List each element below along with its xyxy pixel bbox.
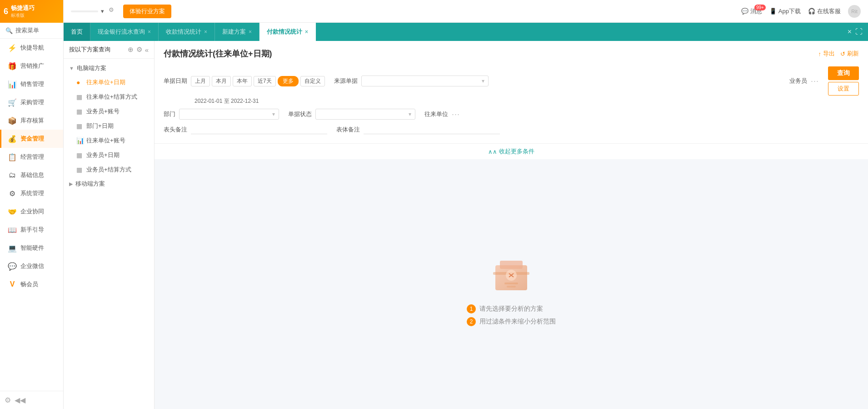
group-expand-arrow-icon: ▼ xyxy=(69,66,74,71)
this-year-btn[interactable]: 本年 xyxy=(233,76,252,86)
collapse-conditions-btn[interactable]: ∧∧ 收起更多条件 xyxy=(488,147,534,156)
scheme-item-dept-date[interactable]: ▦ 部门+日期 xyxy=(64,119,154,133)
sidebar-item-wechat[interactable]: 💬 企业微信 xyxy=(0,257,63,275)
user-avatar[interactable]: Rit xyxy=(848,5,861,18)
sidebar-item-enterprise[interactable]: 🤝 企业协同 xyxy=(0,202,63,221)
scheme-collapse-icon[interactable]: « xyxy=(145,46,149,54)
sidebar-item-inventory[interactable]: 📦 库存核算 xyxy=(0,111,63,130)
scheme-item-unit-settlement[interactable]: ▦ 往来单位+结算方式 xyxy=(64,90,154,104)
sidebar-item-system[interactable]: ⚙ 系统管理 xyxy=(0,184,63,202)
search-icon: 🔍 xyxy=(5,27,13,34)
scheme-item-staff-date-icon: ▦ xyxy=(76,151,84,159)
sidebar-item-basic-info[interactable]: 🗂 基础信息 xyxy=(0,166,63,184)
scheme-item-unit-account-icon: 📊 xyxy=(76,137,84,144)
counterpart-input-dots[interactable]: ··· xyxy=(452,110,460,119)
tab-spacer xyxy=(316,23,842,41)
footer-settings-icon[interactable]: ⚙ xyxy=(5,396,11,404)
inventory-label: 库存核算 xyxy=(20,116,44,125)
vip-icon: V xyxy=(8,280,17,289)
doc-status-select[interactable]: ▾ xyxy=(315,109,415,120)
scheme-item-unit-account[interactable]: 📊 往来单位+账号 xyxy=(64,133,154,148)
tab-home[interactable]: 首页 xyxy=(64,23,90,41)
empty-tip-1: 1 请先选择要分析的方案 xyxy=(467,304,556,313)
vip-label: 畅会员 xyxy=(20,280,38,288)
scheme-add-icon[interactable]: ⊕ xyxy=(128,45,134,54)
account-selector[interactable]: ▾ xyxy=(71,8,104,15)
tab-collection-stats-close[interactable]: × xyxy=(204,29,207,35)
refresh-btn[interactable]: ↺ 刷新 xyxy=(840,50,859,58)
header-note-field: 表头备注 xyxy=(164,125,327,134)
tab-payment-stats[interactable]: 付款情况统计 × xyxy=(259,23,316,41)
sidebar-item-quick-nav[interactable]: ⚡ 快捷导航 xyxy=(0,39,63,57)
last-7-days-btn[interactable]: 近7天 xyxy=(254,76,276,86)
main-content: ▾ ⚙ 体验行业方案 💬 消息 99+ 📱 App下载 🎧 在线客服 Rit xyxy=(64,0,868,409)
dept-select[interactable]: ▾ xyxy=(179,109,279,120)
filter-row-2: 部门 ▾ 单据状态 ▾ 往来单位 xyxy=(164,109,859,120)
more-btn[interactable]: 更多 xyxy=(278,76,299,86)
scheme-item-staff-settlement[interactable]: ▦ 业务员+结算方式 xyxy=(64,162,154,177)
message-btn[interactable]: 💬 消息 99+ xyxy=(741,7,762,15)
tab-bank-flow-close[interactable]: × xyxy=(148,29,151,35)
system-icon: ⚙ xyxy=(8,189,17,198)
scheme-group-desktop-header[interactable]: ▼ 电脑端方案 xyxy=(64,61,154,75)
search-menu[interactable]: 🔍 搜索菜单 xyxy=(0,23,63,39)
topbar-right: 💬 消息 99+ 📱 App下载 🎧 在线客服 Rit xyxy=(741,5,861,18)
export-label: 导出 xyxy=(823,50,835,58)
basic-info-label: 基础信息 xyxy=(20,171,44,179)
sidebar-nav: ⚡ 快捷导航 🎁 营销推广 📊 销售管理 🛒 采购管理 📦 库存核算 💰 资金管… xyxy=(0,39,63,391)
body-note-input[interactable] xyxy=(364,125,500,134)
purchase-icon: 🛒 xyxy=(8,98,17,107)
search-menu-label: 搜索菜单 xyxy=(15,26,39,35)
dept-arrow-icon: ▾ xyxy=(272,111,275,117)
scheme-item-staff-account[interactable]: ▦ 业务员+账号 xyxy=(64,104,154,119)
last-month-btn[interactable]: 上月 xyxy=(191,76,210,86)
this-month-btn[interactable]: 本月 xyxy=(212,76,231,86)
sidebar-item-onboarding[interactable]: 📖 新手引导 xyxy=(0,221,63,239)
source-doc-select[interactable]: ▾ xyxy=(361,76,489,86)
scheme-panel-body: ▼ 电脑端方案 ● 往来单位+日期 ▦ 往来单位+结算方式 ▦ 业务员+账号 xyxy=(64,59,154,409)
header-note-input[interactable] xyxy=(191,125,327,134)
tab-collection-stats[interactable]: 收款情况统计 × xyxy=(159,23,215,41)
custom-btn[interactable]: 自定义 xyxy=(300,76,325,86)
sidebar-item-vip[interactable]: V 畅会员 xyxy=(0,275,63,293)
tab-bank-flow[interactable]: 现金银行流水查询 × xyxy=(90,23,159,41)
staff-input-dots[interactable]: ··· xyxy=(811,76,819,86)
body-note-label: 表体备注 xyxy=(336,126,360,134)
scheme-item-staff-date[interactable]: ▦ 业务员+日期 xyxy=(64,148,154,162)
scheme-item-unit-date[interactable]: ● 往来单位+日期 xyxy=(64,75,154,90)
trial-btn[interactable]: 体验行业方案 xyxy=(123,5,171,18)
enterprise-icon: 🤝 xyxy=(8,207,17,216)
empty-illustration xyxy=(484,242,539,297)
tab-maximize-icon[interactable]: ⛶ xyxy=(855,28,863,36)
tab-new-scheme-label: 新建方案 xyxy=(222,28,246,36)
source-doc-label: 来源单据 xyxy=(334,77,358,85)
settings-btn[interactable]: 设置 xyxy=(828,82,859,96)
scheme-item-staff-settlement-icon: ▦ xyxy=(76,166,84,173)
sidebar-item-finance[interactable]: 💰 资金管理 xyxy=(0,130,63,148)
export-btn[interactable]: ↑ 导出 xyxy=(818,50,835,58)
online-service-btn[interactable]: 🎧 在线客服 xyxy=(808,7,841,15)
sidebar-item-operations[interactable]: 📋 经营管理 xyxy=(0,148,63,166)
footer-collapse-icon[interactable]: ◀◀ xyxy=(15,396,25,404)
filter-results-area: 付款情况统计(往来单位+日期) ↑ 导出 ↺ 刷新 xyxy=(155,41,868,409)
tab-close-all-icon[interactable]: × xyxy=(848,28,852,36)
sidebar-item-purchase[interactable]: 🛒 采购管理 xyxy=(0,93,63,111)
quick-nav-icon: ⚡ xyxy=(8,43,17,52)
filter-row-3: 表头备注 表体备注 xyxy=(164,125,859,134)
sidebar-item-sales[interactable]: 📊 销售管理 xyxy=(0,75,63,93)
query-btn[interactable]: 查询 xyxy=(828,66,859,80)
tab-new-scheme[interactable]: 新建方案 × xyxy=(215,23,259,41)
scheme-item-unit-settlement-label: 往来单位+结算方式 xyxy=(86,93,137,101)
settings-gear-icon[interactable]: ⚙ xyxy=(109,6,119,16)
message-icon: 💬 xyxy=(741,8,748,15)
sidebar-item-marketing[interactable]: 🎁 营销推广 xyxy=(0,57,63,75)
scheme-settings-icon[interactable]: ⚙ xyxy=(136,45,142,54)
app-download-btn[interactable]: 📱 App下载 xyxy=(769,7,801,15)
scheme-group-mobile-header[interactable]: ▶ 移动端方案 xyxy=(64,177,154,191)
tab-payment-stats-close[interactable]: × xyxy=(305,29,308,35)
sidebar-item-hardware[interactable]: 💻 智能硬件 xyxy=(0,239,63,257)
staff-field: 业务员 ··· xyxy=(789,76,819,86)
scheme-panel-title: 按以下方案查询 xyxy=(69,45,110,54)
tab-new-scheme-close[interactable]: × xyxy=(249,29,252,35)
operations-label: 经营管理 xyxy=(20,153,44,161)
